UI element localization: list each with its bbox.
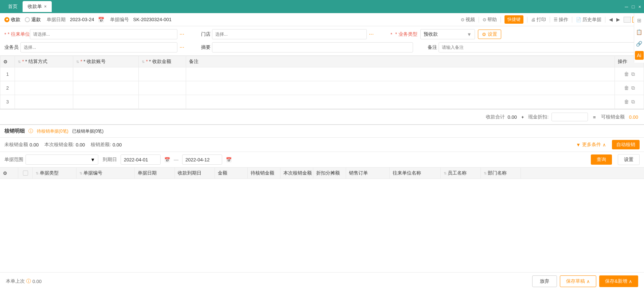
sidebar-icon-1[interactable]: ⊞	[635, 16, 644, 25]
settings-label: 设置	[488, 31, 497, 38]
window-max-icon[interactable]: □	[632, 4, 635, 9]
calendar-from-icon[interactable]: 📅	[164, 157, 170, 162]
current-label: 本次核销金额:	[44, 141, 74, 148]
bth-counterpart: 往来单位名称	[390, 168, 441, 179]
store-more-btn[interactable]: ···	[367, 31, 376, 38]
row-2-remark[interactable]	[186, 81, 615, 95]
th-amount: ⇅ * 收款金额	[139, 56, 186, 67]
bth-doc-date: 单据日期	[135, 168, 175, 179]
bth-current: 本次核销金额	[280, 168, 313, 179]
counterpart-input[interactable]	[30, 29, 177, 39]
bth-current-label: 本次核销金额	[283, 170, 312, 176]
data-table: ⚙ ⇅ * 结算方式 ⇅ * 收款账号 ⇅ * 收款金额	[0, 56, 644, 109]
staff-input[interactable]	[20, 42, 177, 52]
select-all-checkbox[interactable]	[23, 171, 28, 176]
radio-refund-label: 退款	[31, 16, 41, 23]
pending-tab[interactable]: 待核销单据(0笔)	[37, 128, 68, 134]
row-2-copy-icon[interactable]: ⧉	[631, 85, 635, 91]
row-1-account[interactable]	[73, 67, 139, 81]
bth-sales-order: 销售订单	[346, 168, 390, 179]
nav-next-icon[interactable]: ▶	[616, 17, 620, 22]
row-1-remark[interactable]	[186, 67, 615, 81]
bth-dept-label: 部门名称	[488, 170, 507, 176]
summary-input[interactable]	[212, 42, 413, 52]
footer-info-icon[interactable]: ⓘ	[26, 278, 31, 285]
calendar-to-icon[interactable]: 📅	[226, 157, 232, 162]
row-1-copy-icon[interactable]: ⧉	[631, 71, 635, 77]
staff-more-btn[interactable]: ···	[177, 44, 186, 51]
radio-refund[interactable]: 退款	[25, 16, 41, 23]
section-title: 核销明细	[4, 128, 25, 134]
row-1-delete-icon[interactable]: 🗑	[624, 71, 629, 77]
sidebar-icon-3[interactable]: 🔗	[635, 39, 644, 48]
abandon-btn[interactable]: 放弃	[532, 275, 557, 287]
row-2-delete-icon[interactable]: 🗑	[624, 85, 629, 91]
query-btn[interactable]: 查询	[591, 154, 612, 165]
bth-discount-label: 折扣分摊额	[316, 170, 340, 176]
filter-settings-btn[interactable]: 设置	[618, 154, 640, 165]
window-min-icon[interactable]: ─	[625, 4, 628, 9]
row-2-settle[interactable]	[15, 81, 73, 95]
table-settings-icon[interactable]: ⚙	[3, 59, 8, 64]
summary-row: 收款合计 0.00 + 现金折扣: = 可核销金额 0.00	[0, 109, 644, 124]
date-from-input[interactable]: 2022-04-01	[121, 154, 161, 165]
row-3-delete-icon[interactable]: 🗑	[624, 99, 629, 105]
bth-settings-icon[interactable]: ⚙	[3, 171, 7, 176]
table-row: 3 🗑 ⧉	[0, 95, 644, 109]
row-1-settle[interactable]	[15, 67, 73, 81]
doc-no-value: SK-20230324-001	[133, 17, 172, 22]
info-icon[interactable]: ⓘ	[28, 128, 33, 134]
list-view-icon[interactable]	[624, 17, 631, 23]
date-to-input[interactable]: 2022-04-12	[182, 154, 222, 165]
draft-btn[interactable]: 保存草稿 ∧	[560, 275, 596, 287]
total-value: 0.00	[508, 114, 517, 120]
store-label: 门店	[201, 31, 212, 38]
save-btn[interactable]: 保存&新增 ∧	[599, 275, 638, 287]
row-3-copy-icon[interactable]: ⧉	[631, 99, 635, 105]
counterpart-more-btn[interactable]: ···	[177, 31, 186, 38]
staff-label: 业务员	[4, 44, 19, 51]
doc-no-field: 单据编号 SK-20230324-001	[110, 16, 172, 23]
row-3-settle[interactable]	[15, 95, 73, 109]
range-select[interactable]: ▼	[25, 154, 98, 165]
footer-info-value: 0.00	[32, 279, 42, 284]
auto-verify-btn[interactable]: 自动核销	[612, 140, 640, 149]
store-input[interactable]	[212, 29, 367, 39]
sidebar-icon-4[interactable]: Ai	[635, 51, 644, 60]
bth-settings[interactable]: ⚙	[0, 168, 18, 179]
row-2-amount[interactable]	[139, 81, 186, 95]
row-3-account[interactable]	[73, 95, 139, 109]
th-settings[interactable]: ⚙	[0, 56, 15, 67]
row-3-amount[interactable]	[139, 95, 186, 109]
row-1-amount[interactable]	[139, 67, 186, 81]
business-type-value: 预收款	[424, 31, 438, 38]
counterpart-field: * * 往来单位 ···	[4, 29, 186, 39]
tab-close-icon[interactable]: ×	[44, 4, 47, 9]
tab-active[interactable]: 收款单 ×	[23, 1, 52, 12]
window-close-icon[interactable]: ×	[638, 4, 641, 9]
diff-value: 0.00	[113, 142, 122, 148]
verify-stats: 未核销金额 0.00 本次核销金额: 0.00 核销差额: 0.00 ▼ 更多条…	[0, 138, 644, 152]
help-link[interactable]: ⊙ 帮助	[483, 16, 497, 23]
discount-input[interactable]	[551, 113, 588, 121]
row-2-account[interactable]	[73, 81, 139, 95]
business-type-select[interactable]: 预收款 ▼	[420, 29, 475, 39]
calendar-icon[interactable]: 📅	[98, 17, 104, 23]
bth-pending: 待核销金额	[248, 168, 280, 179]
settings-button[interactable]: ⚙ 设置	[478, 30, 501, 39]
radio-receive[interactable]: 收款	[4, 16, 20, 23]
more-conditions-btn[interactable]: ▼ 更多条件 ∧	[576, 141, 606, 148]
shortcut-btn[interactable]: 快捷键	[504, 15, 523, 24]
nav-prev-icon[interactable]: ◀	[609, 17, 613, 22]
right-sidebar: ⊞ 📋 🔗 Ai	[634, 13, 644, 63]
tab-home[interactable]: 首页	[3, 1, 23, 12]
done-tab[interactable]: 已核销单据(0笔)	[72, 128, 104, 134]
operation-link[interactable]: ☰ 操作	[554, 16, 568, 23]
history-link[interactable]: 📄 历史单据	[576, 16, 601, 23]
video-link[interactable]: ⊙ 视频	[461, 16, 475, 23]
sidebar-icon-2[interactable]: 📋	[635, 28, 644, 36]
th-settle-method: ⇅ * 结算方式	[15, 56, 73, 67]
print-link[interactable]: 🖨 打印	[531, 16, 546, 23]
row-3-remark[interactable]	[186, 95, 615, 109]
remark-input[interactable]	[439, 42, 640, 52]
